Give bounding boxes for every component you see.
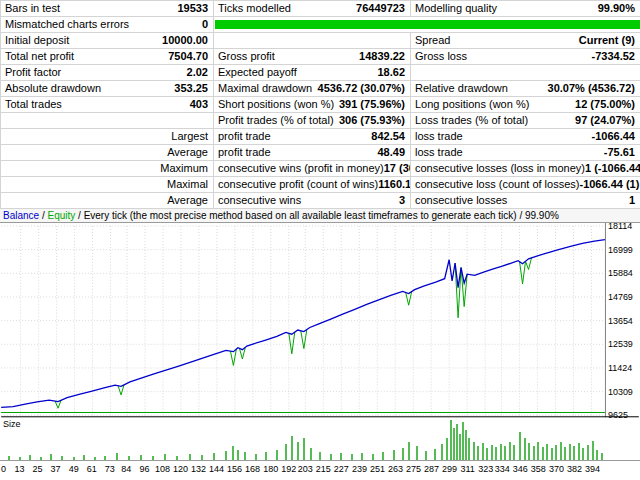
stat-cell-wrap: Largest	[1, 129, 213, 144]
stat-cell-wrap: consecutive wins3	[214, 193, 410, 208]
stat-cell-wrap: Absolute drawdown353.25	[1, 81, 213, 96]
stat-cell: consecutive profit (count of wins)1160.1…	[214, 177, 411, 193]
stat-cell: Long positions (won %)12 (75.00%)	[411, 97, 640, 113]
stat-cell: consecutive losses1	[411, 193, 640, 209]
lot-size-bar	[213, 453, 215, 460]
stat-label: Initial deposit	[1, 33, 69, 48]
stat-label: Modelling quality	[411, 1, 497, 16]
stat-cell-wrap: Loss trades (% of total)97 (24.07%)	[411, 113, 640, 128]
stat-cell-wrap: Total trades403	[1, 97, 213, 112]
x-axis: 0132537496173849610812013214415616818019…	[0, 460, 640, 480]
stat-cell: Absolute drawdown353.25	[1, 81, 214, 97]
stat-cell: Relative drawdown30.07% (4536.72)	[411, 81, 640, 97]
x-axis-label: 108	[155, 464, 170, 474]
stat-value: Maximal	[167, 177, 213, 192]
stat-label: Absolute drawdown	[1, 81, 101, 96]
stat-label: Profit trades (% of total)	[214, 113, 334, 128]
stat-cell: Modelling quality99.90%	[411, 1, 640, 17]
stat-value: 3	[399, 193, 410, 208]
lot-size-bar	[468, 438, 470, 460]
stat-cell-wrap: consecutive loss (count of losses)-1066.…	[411, 177, 640, 192]
lot-size-bar	[564, 447, 566, 460]
stat-label: Ticks modelled	[214, 1, 291, 16]
lot-size-bar	[244, 452, 246, 460]
stat-cell: Maximal	[1, 177, 214, 193]
lot-size-bar	[587, 445, 589, 460]
x-axis-label: 192	[281, 464, 296, 474]
lot-size-bar	[310, 448, 312, 460]
lot-size-bar	[434, 449, 436, 460]
x-axis-label: 156	[227, 464, 242, 474]
x-axis-label: 334	[495, 464, 510, 474]
x-axis-label: 382	[567, 464, 582, 474]
x-axis-label: 311	[461, 464, 475, 474]
stat-cell: Maximal drawdown4536.72 (30.07%)	[214, 81, 411, 97]
stat-label: consecutive wins (profit in money)	[214, 161, 384, 176]
x-axis-label: 263	[388, 464, 403, 474]
table-row: Profit trades (% of total)306 (75.93%)Lo…	[1, 113, 640, 129]
lot-size-bar	[416, 446, 418, 460]
y-axis-label: 10309	[608, 387, 633, 397]
table-row: Absolute drawdown353.25Maximal drawdown4…	[1, 81, 640, 97]
chart-description: Every tick (the most precise method base…	[84, 210, 517, 221]
lot-size-bar	[533, 446, 535, 460]
stat-cell-wrap	[411, 65, 640, 80]
table-row: Total trades403Short positions (won %)39…	[1, 97, 640, 113]
lot-size-bar	[450, 420, 452, 460]
lot-size-bar	[582, 448, 584, 460]
lot-size-bar	[495, 447, 497, 460]
x-axis-label: 275	[406, 464, 421, 474]
stat-value: 1	[629, 193, 640, 208]
x-axis-label: 168	[245, 464, 260, 474]
stat-cell-wrap: SpreadCurrent (9)	[411, 33, 640, 48]
lot-size-bar	[592, 441, 594, 460]
lot-size-bar	[408, 442, 410, 460]
stat-value: 391 (75.96%)	[339, 97, 410, 112]
stat-label: consecutive profit (count of wins)	[214, 177, 378, 192]
stat-cell-wrap: Maximum	[1, 161, 213, 176]
stat-label: Long positions (won %)	[411, 97, 529, 112]
legend-separator: /	[517, 210, 525, 221]
stat-value: 99.90%	[598, 1, 640, 16]
lot-size-bar	[560, 442, 562, 460]
lot-size-bar	[319, 452, 321, 460]
modelling-quality-cell	[214, 17, 640, 33]
stat-cell-wrap: loss trade-1066.44	[411, 129, 640, 144]
table-row: Maximalconsecutive profit (count of wins…	[1, 177, 640, 193]
stat-cell-wrap: Ticks modelled76449723	[214, 1, 410, 16]
stat-label: consecutive loss (count of losses)	[411, 177, 579, 192]
lot-size-bar	[456, 424, 458, 460]
stat-cell-wrap: loss trade-75.61	[411, 145, 640, 160]
stat-label: Total net profit	[1, 49, 74, 64]
stat-value: 842.54	[371, 129, 410, 144]
table-row: Mismatched charts errors0	[1, 17, 640, 33]
y-axis-label: 15884	[608, 268, 633, 278]
stat-cell-wrap: Maximal	[1, 177, 213, 192]
stat-value: 0	[202, 17, 213, 32]
equity-legend: Equity	[47, 210, 75, 221]
lot-size-bar	[285, 444, 287, 460]
lot-size-bar	[524, 438, 526, 460]
stat-cell: Average	[1, 145, 214, 161]
table-row: Initial deposit10000.00SpreadCurrent (9)	[1, 33, 640, 49]
stat-cell: consecutive wins3	[214, 193, 411, 209]
stat-value: 306 (75.93%)	[339, 113, 410, 128]
stat-cell-wrap: Initial deposit10000.00	[1, 33, 213, 48]
stat-label: Relative drawdown	[411, 81, 508, 96]
stat-value: 353.25	[174, 81, 213, 96]
stat-label: Bars in test	[1, 1, 60, 16]
stat-value: 7504.70	[168, 49, 213, 64]
stat-cell: SpreadCurrent (9)	[411, 33, 640, 49]
lot-size-bar	[425, 451, 427, 460]
x-axis-label: 96	[139, 464, 149, 474]
report-table: Bars in test19533Ticks modelled76449723M…	[0, 0, 640, 209]
lot-size-bar	[225, 451, 227, 460]
stat-value: 12 (75.00%)	[575, 97, 640, 112]
stat-cell: Gross loss-7334.52	[411, 49, 640, 65]
stat-cell-wrap: Profit factor2.02	[1, 65, 213, 80]
x-axis-label: 287	[424, 464, 439, 474]
stat-cell-wrap: Average	[1, 193, 213, 208]
stat-value: Maximum	[160, 161, 213, 176]
stat-cell: Ticks modelled76449723	[214, 1, 411, 17]
stat-label: profit trade	[214, 145, 271, 160]
